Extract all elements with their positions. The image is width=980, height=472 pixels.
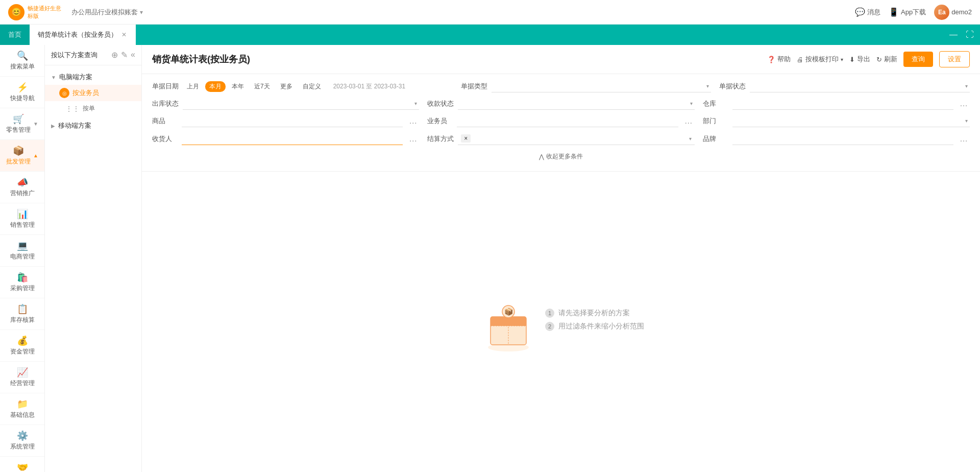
step2-text: 用过滤条件来缩小分析范围: [558, 322, 644, 331]
settings-button[interactable]: 设置: [939, 51, 970, 67]
tree-item-by-order[interactable]: ⋮⋮ 按单: [45, 101, 141, 116]
message-action[interactable]: 💬 消息: [855, 7, 880, 17]
tab-maximize-icon[interactable]: ⛶: [964, 28, 976, 41]
marketing-icon: 📣: [2, 177, 42, 188]
query-button[interactable]: 查询: [903, 52, 933, 67]
filter-row-3: 商品 … 业务员 … 部门 ▾: [152, 115, 970, 127]
brand-dots-icon[interactable]: …: [958, 134, 970, 144]
salesperson-dots-icon[interactable]: …: [682, 116, 695, 126]
date-tab-custom[interactable]: 自定义: [299, 81, 325, 92]
sidebar-item-wholesale[interactable]: 📦 批发管理 ▲: [0, 140, 44, 172]
dept-label: 部门: [703, 116, 728, 126]
sidebar-item-marketing[interactable]: 📣 营销推广: [0, 172, 44, 203]
sales-label: 业务员: [427, 116, 453, 126]
filter-salesperson: 业务员 …: [427, 115, 694, 127]
sales-icon: 📊: [2, 208, 42, 220]
empty-instructions: 1 请先选择要分析的方案 2 用过滤条件来缩小分析范围: [545, 309, 644, 335]
edit-scheme-button[interactable]: ✎: [121, 50, 128, 60]
scheme-panel: 按以下方案查询 ⊕ ✎ « ▼ 电脑端方案 ◎ 按业务员 ⋮⋮ 按单: [45, 45, 142, 472]
receiver-dots-icon[interactable]: …: [407, 134, 419, 144]
tab-minimize-icon[interactable]: —: [947, 28, 960, 41]
receiver-input[interactable]: [182, 133, 403, 145]
logo-text: 畅捷通好生意 标版: [28, 5, 61, 19]
filter-settle: 结算方式 × ▾: [427, 132, 694, 145]
scheme-tree: ▼ 电脑端方案 ◎ 按业务员 ⋮⋮ 按单 ▶ 移动端方案: [45, 65, 141, 472]
tab-sales-stat[interactable]: 销货单统计表（按业务员） ✕: [30, 25, 136, 45]
operations-icon: 📈: [2, 367, 42, 378]
collapse-button[interactable]: ⋀ 收起更多条件: [531, 150, 591, 163]
user-area[interactable]: Ea demo2: [934, 5, 972, 20]
sidebar-item-sales[interactable]: 📊 销售管理: [0, 203, 44, 235]
scheme-panel-actions: ⊕ ✎ «: [111, 50, 135, 60]
warehouse-input[interactable]: [732, 98, 953, 110]
logo-area: 😊 畅捷通好生意 标版: [8, 4, 61, 20]
sidebar-item-retail[interactable]: 🛒 零售管理 ▼: [0, 108, 44, 140]
sidebar-item-operations[interactable]: 📈 经营管理: [0, 362, 44, 393]
chevron-up-icon: ▲: [33, 153, 38, 158]
filter-row-1: 单据日期 上月 本月 本年 近7天 更多 自定义 2023-03-01 至 20…: [152, 80, 970, 92]
tab-close-icon[interactable]: ✕: [120, 30, 128, 39]
out-status-input[interactable]: [183, 98, 419, 109]
sidebar-item-purchase[interactable]: 🛍️ 采购管理: [0, 267, 44, 298]
export-button[interactable]: ⬇ 导出: [849, 55, 870, 64]
brand-label: 品牌: [703, 134, 728, 144]
sidebar-item-finance[interactable]: 💰 资金管理: [0, 330, 44, 362]
date-tab-this-year[interactable]: 本年: [228, 81, 248, 92]
tree-item-by-salesperson[interactable]: ◎ 按业务员: [45, 85, 141, 101]
wholesale-icon: 📦: [6, 145, 31, 156]
salesperson-input[interactable]: [457, 115, 678, 127]
collect-status-input[interactable]: [458, 98, 694, 109]
tree-group-mobile: ▶ 移动端方案: [45, 118, 141, 133]
filter-area: 单据日期 上月 本月 本年 近7天 更多 自定义 2023-03-01 至 20…: [142, 74, 980, 172]
tree-group-mobile-header[interactable]: ▶ 移动端方案: [45, 118, 141, 133]
header-left: 😊 畅捷通好生意 标版 办公用品行业模拟账套 ▾: [8, 4, 143, 20]
doc-type-input[interactable]: [492, 80, 712, 92]
warehouse-label: 仓库: [703, 99, 728, 108]
sidebar-item-basics[interactable]: 📁 基础信息: [0, 393, 44, 425]
doc-status-input[interactable]: [750, 80, 970, 92]
page-title: 销货单统计表(按业务员): [152, 53, 250, 65]
goods-dots-icon[interactable]: …: [407, 116, 419, 126]
chevron-down-icon: ▼: [33, 121, 38, 127]
breadcrumb-arrow-icon: ▾: [140, 9, 143, 16]
date-tab-last-month[interactable]: 上月: [183, 81, 203, 92]
add-scheme-button[interactable]: ⊕: [111, 50, 118, 60]
empty-box-svg: 📦: [478, 296, 539, 358]
filter-warehouse: 仓库 …: [703, 98, 970, 110]
refresh-button[interactable]: ↻ 刷新: [876, 55, 897, 64]
dept-input[interactable]: [732, 115, 970, 127]
finance-icon: 💰: [2, 335, 42, 346]
warehouse-dots-icon[interactable]: …: [958, 99, 970, 108]
sidebar-item-ecommerce[interactable]: 💻 电商管理: [0, 235, 44, 267]
refresh-icon: ↻: [876, 56, 882, 63]
help-button[interactable]: ❓ 帮助: [767, 55, 791, 64]
goods-input[interactable]: [182, 115, 403, 127]
sidebar-item-collab[interactable]: 🤝 企业协同: [0, 457, 44, 472]
filter-row-4: 收货人 … 结算方式 × ▾ 品牌 …: [152, 132, 970, 145]
collect-status-select-wrap: ▾: [458, 98, 694, 110]
app-download-action[interactable]: 📱 App下载: [889, 7, 926, 17]
sidebar-item-search[interactable]: 🔍 搜索菜单: [0, 45, 44, 77]
filter-dept: 部门 ▾: [703, 115, 970, 127]
date-label: 单据日期: [152, 82, 179, 91]
sidebar-item-inventory[interactable]: 📋 库存核算: [0, 298, 44, 330]
tree-arrow-icon: ▼: [51, 75, 56, 80]
collapse-scheme-button[interactable]: «: [131, 50, 135, 60]
print-button[interactable]: 🖨 按模板打印 ▾: [797, 55, 843, 64]
date-tab-more[interactable]: 更多: [276, 81, 297, 92]
breadcrumb-text: 办公用品行业模拟账套: [71, 8, 138, 17]
sidebar: 🔍 搜索菜单 ⚡ 快捷导航 🛒 零售管理 ▼ 📦 批发管理 ▲ 📣 营销推广: [0, 45, 45, 472]
svg-text:📦: 📦: [504, 308, 513, 316]
doc-status-label: 单据状态: [719, 82, 746, 91]
brand-input[interactable]: [732, 133, 953, 145]
date-tab-this-month[interactable]: 本月: [205, 81, 226, 92]
date-range-text: 2023-03-01 至 2023-03-31: [333, 82, 405, 91]
tab-home[interactable]: 首页: [0, 25, 30, 45]
sidebar-item-shortcuts[interactable]: ⚡ 快捷导航: [0, 77, 44, 108]
sidebar-item-system[interactable]: ⚙️ 系统管理: [0, 425, 44, 457]
tree-group-pc-header[interactable]: ▼ 电脑端方案: [45, 69, 141, 85]
goods-label: 商品: [152, 116, 178, 126]
out-status-select-wrap: ▾: [183, 98, 419, 110]
settle-label: 结算方式: [427, 134, 454, 144]
date-tab-7days[interactable]: 近7天: [250, 81, 274, 92]
